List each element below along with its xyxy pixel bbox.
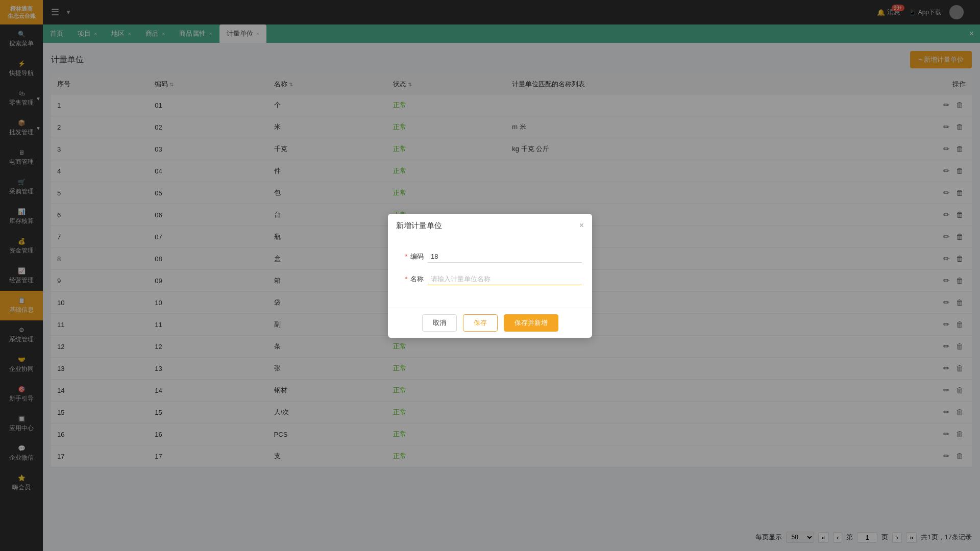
modal-footer: 取消 保存 保存并新增	[388, 308, 592, 338]
required-marker: *	[405, 253, 407, 260]
name-input[interactable]	[428, 273, 582, 285]
add-unit-modal: 新增计量单位 × * 编码 * 名称 取消 保存 保存并新增	[388, 214, 592, 338]
name-form-row: * 名称	[398, 273, 582, 285]
code-label: * 编码	[398, 252, 424, 261]
code-input[interactable]	[428, 251, 582, 263]
modal-title: 新增计量单位	[396, 221, 442, 231]
save-and-new-button[interactable]: 保存并新增	[504, 314, 558, 332]
modal-body: * 编码 * 名称	[388, 238, 592, 308]
cancel-button[interactable]: 取消	[422, 314, 457, 332]
modal-overlay: 新增计量单位 × * 编码 * 名称 取消 保存 保存并新增	[0, 0, 980, 551]
required-marker: *	[405, 275, 407, 283]
modal-close-button[interactable]: ×	[579, 221, 584, 230]
modal-header: 新增计量单位 ×	[388, 214, 592, 238]
code-form-row: * 编码	[398, 251, 582, 263]
name-label: * 名称	[398, 274, 424, 284]
save-button[interactable]: 保存	[463, 314, 498, 332]
